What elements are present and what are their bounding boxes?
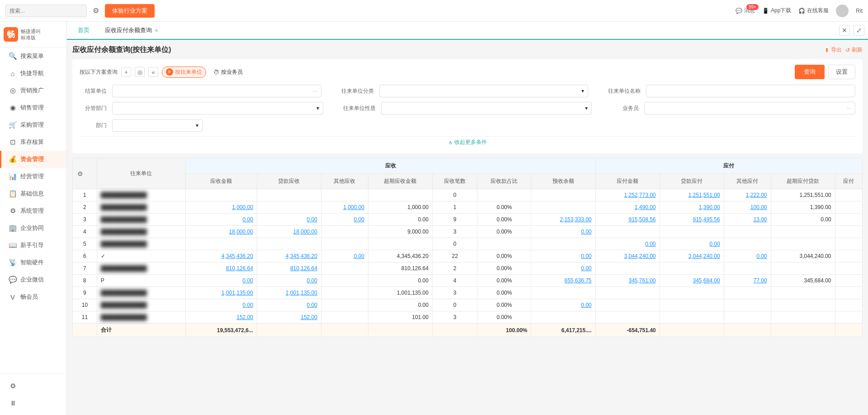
export-btn[interactable]: ⬆ 导出 [825,46,842,54]
sidebar-item-settings[interactable]: ⚙ [0,377,66,395]
table-cell [321,299,368,311]
table-cell [531,201,595,214]
table-cell[interactable]: 100.00 [724,201,771,214]
sidebar-item-purchase[interactable]: 🛒采购管理 [0,116,66,134]
table-cell[interactable]: 810,126.64 [257,262,321,275]
table-cell[interactable]: 0.00 [531,262,595,275]
table-cell[interactable]: 0.00 [660,238,724,250]
table-cell[interactable]: 4,345,436.20 [185,250,257,262]
setting-btn[interactable]: 设置 [828,65,855,79]
table-cell[interactable]: 0.00 [185,275,257,287]
table-cell[interactable]: 0.00 [531,250,595,262]
table-cell[interactable]: 0.00 [321,250,368,262]
table-cell[interactable]: 4,345,436.20 [257,250,321,262]
partner-category-select[interactable]: ▾ [379,85,589,97]
table-cell[interactable]: 0.00 [724,250,771,262]
sidebar-item-system[interactable]: ⚙系统管理 [0,202,66,219]
table-cell[interactable]: 2,153,333.00 [531,214,595,226]
sidebar-item-inventory[interactable]: ⊡库存核算 [0,134,66,151]
sidebar-item-label-enterprise: 企业协同 [20,224,44,232]
tab-maximize-icon[interactable]: ⤢ [854,25,864,36]
table-cell[interactable]: 1,251,551.00 [660,189,724,201]
sidebar-item-marketing[interactable]: ◎营销推广 [0,82,66,99]
table-cell[interactable]: 915,508.56 [595,214,660,226]
trial-btn[interactable]: 体验行业方案 [105,4,155,18]
sidebar-item-sales[interactable]: ◉销售管理 [0,99,66,116]
top-bar-right: 💬 消息 99+ 📱 App下载 🎧 在线客服 Rit [736,5,863,17]
tab-close-window-icon[interactable]: ✕ [839,25,850,36]
sidebar-item-enterprise[interactable]: 🏢企业协同 [0,219,66,237]
settlement-unit-input[interactable]: ··· [112,85,321,97]
table-cell[interactable]: 345,761.00 [595,275,660,287]
table-cell[interactable]: 915,495.56 [660,214,724,226]
table-cell[interactable]: 0.00 [531,226,595,238]
table-cell[interactable]: 345,684.00 [660,275,724,287]
total-payable2 [835,324,862,337]
table-cell[interactable]: 0.00 [257,275,321,287]
table-cell[interactable]: 1,490.00 [595,201,660,214]
table-cell[interactable]: 3,044,240.00 [595,250,660,262]
sidebar-item-wechat[interactable]: 💬企业微信 [0,271,66,288]
table-cell[interactable]: 18,000.00 [185,226,257,238]
collapse-scheme-btn[interactable]: « [148,67,158,77]
table-cell[interactable]: 1,252,773.00 [595,189,660,201]
table-cell[interactable]: 1,222.00 [724,189,771,201]
avatar[interactable] [836,5,849,17]
sidebar-item-basic[interactable]: 📋基础信息 [0,185,66,202]
sidebar-item-smart-hw[interactable]: 📡智能硬件 [0,254,66,271]
table-cell[interactable]: 1,001,135.00 [185,287,257,299]
tab-close-icon[interactable]: ✕ [155,28,158,33]
add-scheme-btn[interactable]: + [121,67,131,77]
table-cell[interactable]: 0.00 [257,214,321,226]
sidebar-item-guide[interactable]: 📖新手引导 [0,237,66,254]
table-cell: 0.00% [477,250,531,262]
collapse-more-btn[interactable]: ∧ 收起更多条件 [80,136,855,148]
sidebar-item-collapse[interactable]: ⏸ [0,395,66,411]
table-cell[interactable]: 0.00 [257,299,321,311]
sidebar-item-finance[interactable]: 💰资金管理 [0,151,66,168]
table-settings-icon[interactable]: ⚙ [75,169,85,178]
table-cell: 1,390.00 [771,201,835,214]
sidebar-item-operation[interactable]: 📊经营管理 [0,168,66,185]
table-cell[interactable]: 1,001,135.00 [257,287,321,299]
department-select[interactable]: ▾ [112,119,203,132]
table-cell[interactable]: 1,000.00 [321,201,368,214]
salesman-input[interactable]: ··· [644,102,855,114]
table-cell[interactable]: 0.00 [321,214,368,226]
table-cell[interactable]: 13.00 [724,214,771,226]
tab-home[interactable]: 首页 [71,22,97,40]
table-cell[interactable]: 3,044,240.00 [660,250,724,262]
table-cell[interactable]: 77.00 [724,275,771,287]
query-btn[interactable]: 查询 [795,65,825,79]
scheme-by-salesman[interactable]: ⏱ 按业务员 [210,67,246,77]
app-download-btn[interactable]: 📱 App下载 [762,7,791,14]
table-cell[interactable]: 0.00 [595,238,660,250]
sidebar-item-vip[interactable]: V畅会员 [0,288,66,305]
refresh-btn[interactable]: ↺ 刷新 [845,46,863,54]
table-cell[interactable]: 152.00 [185,311,257,324]
online-service-btn[interactable]: 🎧 在线客服 [798,7,829,14]
table-cell[interactable]: 0.00 [531,299,595,311]
gear-icon[interactable]: ⚙ [90,5,101,16]
sidebar-item-quick-nav[interactable]: ⌂快捷导航 [0,65,66,82]
table-cell[interactable]: 1,390.00 [660,201,724,214]
partner-nature-select[interactable]: ▾ [381,102,592,114]
table-cell[interactable]: 18,000.00 [257,226,321,238]
search-input[interactable] [5,5,87,17]
manage-dept-select[interactable]: ▾ [112,102,323,114]
table-cell[interactable]: 0.00 [185,299,257,311]
table-cell[interactable]: 810,126.64 [185,262,257,275]
th-settings[interactable]: ⚙ [73,158,97,189]
partner-name-input[interactable] [646,85,855,97]
scheme-by-partner[interactable]: P 按往来单位 [162,67,206,78]
table-cell[interactable]: 655,636.75 [531,275,595,287]
label-manage-dept: 分管部门 [80,105,107,112]
table-cell[interactable]: 152.00 [257,311,321,324]
table-cell[interactable]: 1,000.00 [185,201,257,214]
message-btn[interactable]: 💬 消息 99+ [736,7,755,14]
sidebar-item-search-menu[interactable]: 🔍搜索菜单 [0,48,66,65]
config-scheme-btn[interactable]: ◎ [135,67,145,77]
table-cell[interactable]: 0.00 [185,214,257,226]
chevron-down-icon: ▾ [581,88,584,94]
tab-ar-ap-query[interactable]: 应收应付余额查询 ✕ [98,22,165,40]
